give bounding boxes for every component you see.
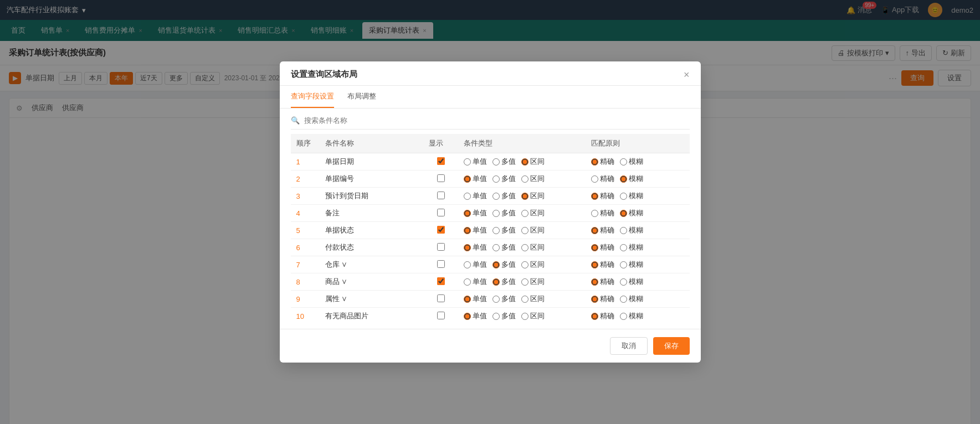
- row-display-3[interactable]: [423, 188, 458, 205]
- save-button[interactable]: 保存: [653, 337, 690, 355]
- match-option-精确-9[interactable]: 精确: [591, 294, 614, 304]
- row-name-2: 单据编号: [320, 170, 424, 188]
- row-match-10: 精确模糊: [586, 308, 690, 323]
- modal-header: 设置查询区域布局 ×: [280, 61, 701, 86]
- display-checkbox-9[interactable]: [437, 294, 445, 302]
- display-checkbox-10[interactable]: [437, 312, 445, 319]
- type-option-区间-5[interactable]: 区间: [521, 225, 545, 235]
- modal-tabs: 查询字段设置 布局调整: [280, 86, 701, 108]
- display-checkbox-8[interactable]: [437, 277, 445, 285]
- display-checkbox-7[interactable]: [437, 260, 445, 268]
- row-name-7: 仓库 ∨: [320, 256, 424, 273]
- modal-search-input[interactable]: [302, 115, 690, 126]
- th-type: 条件类型: [458, 134, 586, 153]
- row-display-4[interactable]: [423, 205, 458, 222]
- table-row: 10有无商品图片单值多值区间精确模糊: [291, 308, 690, 323]
- match-option-模糊-3[interactable]: 模糊: [620, 191, 643, 201]
- match-option-精确-7[interactable]: 精确: [591, 260, 614, 270]
- display-checkbox-4[interactable]: [437, 209, 445, 216]
- match-option-精确-4[interactable]: 精确: [591, 208, 614, 218]
- row-match-4: 精确模糊: [586, 205, 690, 222]
- match-option-精确-10[interactable]: 精确: [591, 311, 614, 321]
- type-option-区间-7[interactable]: 区间: [521, 260, 545, 270]
- type-option-单值-7[interactable]: 单值: [464, 260, 487, 270]
- match-option-模糊-9[interactable]: 模糊: [620, 294, 643, 304]
- th-name: 条件名称: [320, 134, 424, 153]
- modal-tab-fields[interactable]: 查询字段设置: [291, 86, 334, 108]
- type-option-多值-9[interactable]: 多值: [492, 294, 516, 304]
- field-table: 顺序 条件名称 显示 条件类型 匹配原则 1单据日期单值多值区间精确模糊2单据编…: [291, 134, 690, 322]
- row-name-10: 有无商品图片: [320, 308, 424, 323]
- display-checkbox-3[interactable]: [437, 192, 445, 199]
- type-option-区间-8[interactable]: 区间: [521, 277, 545, 287]
- match-option-模糊-7[interactable]: 模糊: [620, 260, 643, 270]
- type-option-区间-2[interactable]: 区间: [521, 174, 545, 184]
- type-option-多值-3[interactable]: 多值: [492, 191, 516, 201]
- row-display-9[interactable]: [423, 291, 458, 308]
- cancel-button[interactable]: 取消: [610, 337, 648, 355]
- modal-search: 🔍: [291, 115, 690, 130]
- match-option-模糊-2[interactable]: 模糊: [620, 174, 643, 184]
- type-option-单值-10[interactable]: 单值: [464, 311, 487, 321]
- row-display-7[interactable]: [423, 256, 458, 273]
- match-option-模糊-5[interactable]: 模糊: [620, 225, 643, 235]
- display-checkbox-6[interactable]: [437, 243, 445, 251]
- match-option-模糊-8[interactable]: 模糊: [620, 277, 643, 287]
- type-option-多值-7[interactable]: 多值: [492, 260, 516, 270]
- match-option-精确-3[interactable]: 精确: [591, 191, 614, 201]
- type-option-单值-1[interactable]: 单值: [464, 157, 487, 167]
- type-option-单值-2[interactable]: 单值: [464, 174, 487, 184]
- display-checkbox-1[interactable]: [437, 157, 445, 165]
- match-option-精确-1[interactable]: 精确: [591, 157, 614, 167]
- type-option-单值-4[interactable]: 单值: [464, 208, 487, 218]
- type-option-区间-6[interactable]: 区间: [521, 242, 545, 252]
- display-checkbox-2[interactable]: [437, 174, 445, 182]
- type-option-多值-1[interactable]: 多值: [492, 157, 516, 167]
- row-match-6: 精确模糊: [586, 239, 690, 256]
- match-option-模糊-1[interactable]: 模糊: [620, 157, 643, 167]
- modal-title: 设置查询区域布局: [291, 69, 357, 80]
- type-option-多值-8[interactable]: 多值: [492, 277, 516, 287]
- type-option-单值-9[interactable]: 单值: [464, 294, 487, 304]
- modal-close-button[interactable]: ×: [684, 70, 690, 80]
- row-display-8[interactable]: [423, 273, 458, 291]
- type-option-多值-2[interactable]: 多值: [492, 174, 516, 184]
- match-option-模糊-10[interactable]: 模糊: [620, 311, 643, 321]
- row-display-10[interactable]: [423, 308, 458, 323]
- type-option-区间-1[interactable]: 区间: [521, 157, 545, 167]
- row-name-5: 单据状态: [320, 222, 424, 239]
- row-order-6: 6: [291, 239, 320, 256]
- row-match-2: 精确模糊: [586, 170, 690, 188]
- settings-modal: 设置查询区域布局 × 查询字段设置 布局调整 🔍: [280, 61, 701, 363]
- match-option-精确-2[interactable]: 精确: [591, 174, 614, 184]
- type-option-多值-6[interactable]: 多值: [492, 242, 516, 252]
- row-display-1[interactable]: [423, 153, 458, 170]
- match-option-精确-8[interactable]: 精确: [591, 277, 614, 287]
- row-order-3: 3: [291, 188, 320, 205]
- type-option-区间-9[interactable]: 区间: [521, 294, 545, 304]
- type-option-单值-5[interactable]: 单值: [464, 225, 487, 235]
- type-option-区间-4[interactable]: 区间: [521, 208, 545, 218]
- row-name-1: 单据日期: [320, 153, 424, 170]
- modal-tab-layout[interactable]: 布局调整: [347, 86, 376, 108]
- type-option-区间-3[interactable]: 区间: [521, 191, 545, 201]
- type-option-多值-4[interactable]: 多值: [492, 208, 516, 218]
- match-option-模糊-4[interactable]: 模糊: [620, 208, 643, 218]
- match-option-精确-6[interactable]: 精确: [591, 242, 614, 252]
- type-option-单值-3[interactable]: 单值: [464, 191, 487, 201]
- type-option-单值-6[interactable]: 单值: [464, 242, 487, 252]
- type-option-区间-10[interactable]: 区间: [521, 311, 545, 321]
- row-display-2[interactable]: [423, 170, 458, 188]
- type-option-单值-8[interactable]: 单值: [464, 277, 487, 287]
- display-checkbox-5[interactable]: [437, 226, 445, 234]
- match-option-模糊-6[interactable]: 模糊: [620, 242, 643, 252]
- type-option-多值-10[interactable]: 多值: [492, 311, 516, 321]
- row-display-5[interactable]: [423, 222, 458, 239]
- row-display-6[interactable]: [423, 239, 458, 256]
- row-type-7: 单值多值区间: [458, 256, 586, 273]
- match-option-精确-5[interactable]: 精确: [591, 225, 614, 235]
- type-option-多值-5[interactable]: 多值: [492, 225, 516, 235]
- row-order-7: 7: [291, 256, 320, 273]
- modal-footer: 取消 保存: [280, 329, 701, 363]
- row-order-1: 1: [291, 153, 320, 170]
